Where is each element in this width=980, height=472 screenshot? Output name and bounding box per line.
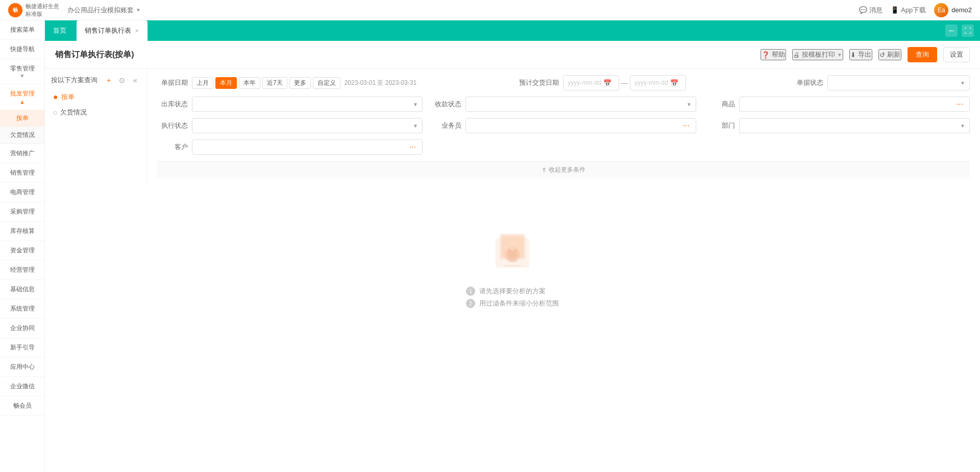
sidebar-wholesale-chevron: ▲ <box>20 99 25 105</box>
btn-more[interactable]: 更多 <box>289 77 311 89</box>
print-chevron: ▼ <box>837 52 842 58</box>
tabs-bar: 首页 销售订单执行表 × ─ ⛶ <box>45 20 980 41</box>
dept-select[interactable]: ▼ <box>739 118 970 133</box>
tab-expand-btn[interactable]: ⛶ <box>962 25 974 37</box>
execstatus-chevron: ▼ <box>413 123 418 129</box>
sidebar-item-inventory[interactable]: 库存核算 <box>0 222 44 241</box>
export-icon: ⬇ <box>850 51 856 59</box>
sidebar-item-wholesale[interactable]: 批发管理 ▲ <box>0 84 44 110</box>
btn-current-year[interactable]: 本年 <box>239 77 260 89</box>
page-header: 销售订单执行表(按单) ❓ 帮助 🖨 按模板打印 ▼ ⬇ <box>45 41 980 69</box>
sidebar-purchase-label: 采购管理 <box>10 208 35 215</box>
goods-more-icon[interactable]: ··· <box>954 100 965 109</box>
sidebar-item-finance[interactable]: 资金管理 <box>0 241 44 261</box>
sidebar-guide-label: 新手引导 <box>10 344 35 351</box>
tab-home[interactable]: 首页 <box>45 20 75 41</box>
user-avatar-area[interactable]: Ea demo2 <box>934 3 972 17</box>
app-download-btn[interactable]: 📱 App下载 <box>891 6 926 15</box>
btn-last7[interactable]: 近7天 <box>262 77 287 89</box>
sidebar-retail-label: 零售管理 <box>10 64 35 73</box>
search-btn-label: 查询 <box>916 50 929 59</box>
help-btn[interactable]: ❓ 帮助 <box>761 49 786 60</box>
filter-group-docstatus: 单据状态 ▼ <box>793 75 970 90</box>
settings-btn[interactable]: 设置 <box>943 47 970 62</box>
collapse-conditions-btn[interactable]: ⇑ 收起更多条件 <box>157 161 970 178</box>
download-label: App下载 <box>901 6 926 15</box>
page-content: 销售订单执行表(按单) ❓ 帮助 🖨 按模板打印 ▼ ⬇ <box>45 41 980 472</box>
collectstatus-select[interactable]: ▼ <box>465 97 696 112</box>
sidebar-item-guide[interactable]: 新手引导 <box>0 338 44 358</box>
btn-current-month[interactable]: 本月 <box>215 77 237 89</box>
salesperson-select[interactable]: ··· <box>465 118 696 133</box>
execstatus-select[interactable]: ▼ <box>192 118 423 133</box>
sidebar-item-apps[interactable]: 应用中心 <box>0 358 44 377</box>
sidebar-item-member[interactable]: 畅会员 <box>0 396 44 416</box>
sidebar-item-purchase[interactable]: 采购管理 <box>0 202 44 222</box>
sidebar-wholesale-section: 批发管理 ▲ 按单 欠货情况 <box>0 84 44 144</box>
sidebar-item-retail[interactable]: 零售管理 ▼ <box>0 59 44 84</box>
scheme-debt[interactable]: ○ 欠货情况 <box>49 105 142 120</box>
calendar-icon-start: 📅 <box>603 79 611 87</box>
empty-tip-2: 2 用过滤条件来缩小分析范围 <box>466 299 559 308</box>
sidebar-apps-label: 应用中心 <box>10 363 35 370</box>
tab-close-icon[interactable]: × <box>134 27 139 35</box>
help-icon: ❓ <box>762 51 770 59</box>
empty-tips: 1 请先选择要分析的方案 2 用过滤条件来缩小分析范围 <box>466 287 559 308</box>
filter-group-dept: 部门 ▼ <box>704 118 970 133</box>
execstatus-label: 执行状态 <box>157 121 188 130</box>
scheme-active-dot: ● <box>53 92 58 102</box>
goods-select[interactable]: ··· <box>739 97 970 112</box>
add-scheme-btn[interactable]: + <box>104 75 114 85</box>
salesperson-more-icon[interactable]: ··· <box>681 121 692 130</box>
refresh-btn[interactable]: ↺ 刷新 <box>878 49 901 60</box>
sidebar-sub-order[interactable]: 按单 <box>0 110 44 127</box>
export-btn[interactable]: ⬇ 导出 <box>849 49 872 60</box>
sidebar-corp-label: 企业协同 <box>10 324 35 332</box>
tab-sales-exec[interactable]: 销售订单执行表 × <box>77 20 148 41</box>
app-selector[interactable]: 办公用品行业模拟账套 ▼ <box>63 4 145 17</box>
filter-right: 单据日期 上月 本月 本年 近7天 更多 自定义 2023-03-01 至 20… <box>147 69 980 184</box>
expected-date-start[interactable]: yyyy-mm-dd 📅 <box>563 75 619 90</box>
collapse-up-icon: ⇑ <box>542 167 547 174</box>
sidebar-item-sales[interactable]: 销售管理 <box>0 163 44 183</box>
outstatus-label: 出库状态 <box>157 100 188 109</box>
btn-custom[interactable]: 自定义 <box>313 77 340 89</box>
sidebar-basic-label: 基础信息 <box>10 286 35 293</box>
scheme-order[interactable]: ● 按单 <box>49 89 142 105</box>
filter-group-execstatus: 执行状态 ▼ <box>157 118 423 133</box>
customer-more-icon[interactable]: ··· <box>407 143 418 152</box>
quick-dates: 上月 本月 本年 近7天 更多 自定义 <box>192 77 340 89</box>
sidebar-member-label: 畅会员 <box>13 402 32 409</box>
btn-last-month[interactable]: 上月 <box>192 77 213 89</box>
expected-date-end[interactable]: yyyy-mm-dd 📅 <box>630 75 686 90</box>
sidebar-item-search[interactable]: 搜索菜单 <box>0 20 44 40</box>
collapse-scheme-btn[interactable]: « <box>130 75 140 85</box>
sidebar-item-wechat[interactable]: 企业微信 <box>0 377 44 396</box>
scheme-label: 按以下方案查询 <box>51 76 97 85</box>
customer-select[interactable]: ··· <box>192 139 423 155</box>
sidebar-search-label: 搜索菜单 <box>10 26 35 33</box>
sidebar-item-system[interactable]: 系统管理 <box>0 299 44 319</box>
outstatus-select[interactable]: ▼ <box>192 97 423 112</box>
print-icon: 🖨 <box>793 51 800 59</box>
sidebar-item-operation[interactable]: 经营管理 <box>0 261 44 280</box>
filter-left-icons: + ⊙ « <box>104 75 140 85</box>
expected-start-placeholder: yyyy-mm-dd <box>568 79 601 86</box>
docstatus-label: 单据状态 <box>793 78 823 87</box>
sidebar-item-marketing[interactable]: 营销推广 <box>0 144 44 163</box>
scheme-debt-icon: ○ <box>53 108 57 116</box>
sidebar-item-ecommerce[interactable]: 电商管理 <box>0 183 44 202</box>
page-inner: 销售订单执行表(按单) ❓ 帮助 🖨 按模板打印 ▼ ⬇ <box>45 41 980 472</box>
salesperson-label: 业务员 <box>431 121 461 130</box>
print-btn[interactable]: 🖨 按模板打印 ▼ <box>792 49 843 60</box>
tab-minimize-btn[interactable]: ─ <box>945 25 958 37</box>
top-header: 畅 畅捷通好生意 标准版 办公用品行业模拟账套 ▼ 💬 消息 📱 App下载 E… <box>0 0 980 20</box>
edit-scheme-btn[interactable]: ⊙ <box>117 75 127 85</box>
search-btn[interactable]: 查询 <box>908 47 937 62</box>
sidebar-item-quicknav[interactable]: 快捷导航 <box>0 40 44 59</box>
message-btn[interactable]: 💬 消息 <box>859 6 883 15</box>
sidebar-item-corp[interactable]: 企业协同 <box>0 319 44 338</box>
sidebar-item-basic[interactable]: 基础信息 <box>0 280 44 299</box>
docstatus-select[interactable]: ▼ <box>827 75 970 90</box>
sidebar-sub-debt[interactable]: 欠货情况 <box>0 127 44 144</box>
